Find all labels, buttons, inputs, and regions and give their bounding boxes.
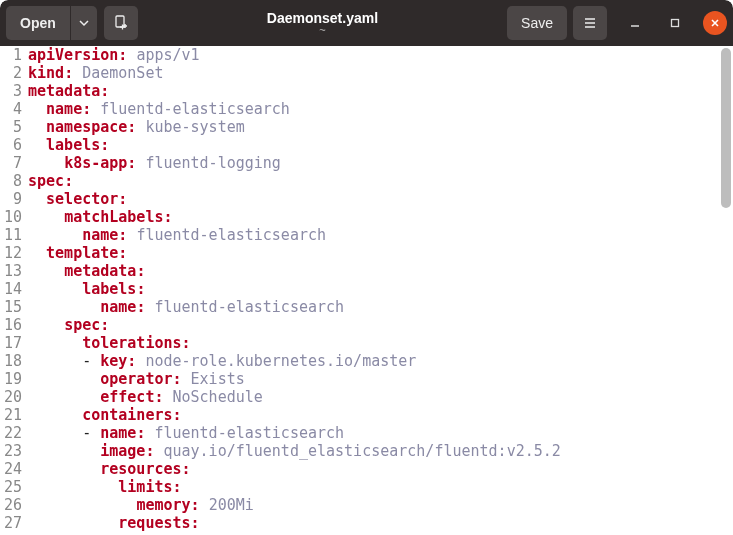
code-line[interactable]: labels: <box>28 136 733 154</box>
hamburger-menu-button[interactable] <box>573 6 607 40</box>
vertical-scrollbar[interactable] <box>721 48 731 533</box>
yaml-value: Exists <box>191 370 245 388</box>
code-line[interactable]: operator: Exists <box>28 370 733 388</box>
code-line[interactable]: template: <box>28 244 733 262</box>
yaml-whitespace <box>28 298 100 316</box>
yaml-key: name <box>100 424 136 442</box>
yaml-value: kube-system <box>145 118 244 136</box>
yaml-key: requests <box>118 514 190 532</box>
document-path: ~ <box>142 24 503 36</box>
code-line[interactable]: matchLabels: <box>28 208 733 226</box>
titlebar-left: Open <box>6 6 138 40</box>
open-button[interactable]: Open <box>6 6 70 40</box>
yaml-colon: : <box>173 370 182 388</box>
new-document-button[interactable] <box>104 6 138 40</box>
yaml-key: resources <box>100 460 181 478</box>
code-line[interactable]: - key: node-role.kubernetes.io/master <box>28 352 733 370</box>
line-number: 22 <box>0 424 22 442</box>
code-line[interactable]: selector: <box>28 190 733 208</box>
line-number: 6 <box>0 136 22 154</box>
yaml-colon: : <box>163 208 172 226</box>
code-line[interactable]: requests: <box>28 514 733 532</box>
yaml-key: spec <box>28 172 64 190</box>
line-number: 12 <box>0 244 22 262</box>
yaml-key: apiVersion <box>28 46 118 64</box>
yaml-colon: : <box>136 280 145 298</box>
window-minimize-button[interactable] <box>623 11 647 35</box>
code-line[interactable]: kind: DaemonSet <box>28 64 733 82</box>
yaml-whitespace <box>28 100 46 118</box>
code-content[interactable]: apiVersion: apps/v1kind: DaemonSetmetada… <box>28 46 733 535</box>
yaml-whitespace: - <box>28 424 100 442</box>
yaml-value: fluentd-elasticsearch <box>136 226 326 244</box>
code-line[interactable]: name: fluentd-elasticsearch <box>28 100 733 118</box>
code-line[interactable]: name: fluentd-elasticsearch <box>28 226 733 244</box>
line-number: 13 <box>0 262 22 280</box>
line-number: 11 <box>0 226 22 244</box>
code-line[interactable]: resources: <box>28 460 733 478</box>
line-number: 3 <box>0 82 22 100</box>
yaml-value: apps/v1 <box>136 46 199 64</box>
yaml-key: name <box>82 226 118 244</box>
yaml-colon: : <box>118 226 127 244</box>
code-line[interactable]: namespace: kube-system <box>28 118 733 136</box>
line-number: 15 <box>0 298 22 316</box>
yaml-key: spec <box>64 316 100 334</box>
yaml-key: metadata <box>64 262 136 280</box>
yaml-colon: : <box>191 514 200 532</box>
yaml-key: image <box>100 442 145 460</box>
yaml-whitespace <box>28 478 118 496</box>
window-maximize-button[interactable] <box>663 11 687 35</box>
code-line[interactable]: apiVersion: apps/v1 <box>28 46 733 64</box>
code-line[interactable]: k8s-app: fluentd-logging <box>28 154 733 172</box>
editor-area[interactable]: 1234567891011121314151617181920212223242… <box>0 46 733 535</box>
scrollbar-thumb[interactable] <box>721 48 731 208</box>
open-dropdown-button[interactable] <box>71 6 97 40</box>
yaml-colon: : <box>118 46 127 64</box>
yaml-key: k8s-app <box>64 154 127 172</box>
code-line[interactable]: containers: <box>28 406 733 424</box>
yaml-colon: : <box>64 64 73 82</box>
code-line[interactable]: spec: <box>28 316 733 334</box>
save-button[interactable]: Save <box>507 6 567 40</box>
yaml-whitespace <box>28 334 82 352</box>
code-line[interactable]: effect: NoSchedule <box>28 388 733 406</box>
code-line[interactable]: memory: 200Mi <box>28 496 733 514</box>
code-line[interactable]: spec: <box>28 172 733 190</box>
code-line[interactable]: labels: <box>28 280 733 298</box>
line-number: 19 <box>0 370 22 388</box>
yaml-whitespace <box>28 136 46 154</box>
yaml-whitespace <box>28 442 100 460</box>
titlebar-right: Save <box>507 6 727 40</box>
line-number-gutter: 1234567891011121314151617181920212223242… <box>0 46 28 535</box>
yaml-whitespace <box>91 100 100 118</box>
yaml-colon: : <box>118 244 127 262</box>
line-number: 8 <box>0 172 22 190</box>
yaml-whitespace <box>28 460 100 478</box>
window-close-button[interactable] <box>703 11 727 35</box>
yaml-whitespace <box>28 280 82 298</box>
line-number: 24 <box>0 460 22 478</box>
yaml-colon: : <box>182 334 191 352</box>
yaml-key: name <box>46 100 82 118</box>
yaml-value: 200Mi <box>209 496 254 514</box>
yaml-key: labels <box>46 136 100 154</box>
code-line[interactable]: tolerations: <box>28 334 733 352</box>
code-line[interactable]: - name: fluentd-elasticsearch <box>28 424 733 442</box>
code-line[interactable]: limits: <box>28 478 733 496</box>
line-number: 20 <box>0 388 22 406</box>
code-line[interactable]: image: quay.io/fluentd_elasticsearch/flu… <box>28 442 733 460</box>
code-line[interactable]: metadata: <box>28 82 733 100</box>
yaml-whitespace <box>28 226 82 244</box>
line-number: 9 <box>0 190 22 208</box>
yaml-key: operator <box>100 370 172 388</box>
yaml-whitespace <box>28 262 64 280</box>
line-number: 18 <box>0 352 22 370</box>
code-line[interactable]: name: fluentd-elasticsearch <box>28 298 733 316</box>
yaml-whitespace <box>28 514 118 532</box>
yaml-whitespace <box>28 388 100 406</box>
yaml-whitespace <box>28 208 64 226</box>
yaml-whitespace <box>163 388 172 406</box>
code-line[interactable]: metadata: <box>28 262 733 280</box>
yaml-colon: : <box>136 262 145 280</box>
